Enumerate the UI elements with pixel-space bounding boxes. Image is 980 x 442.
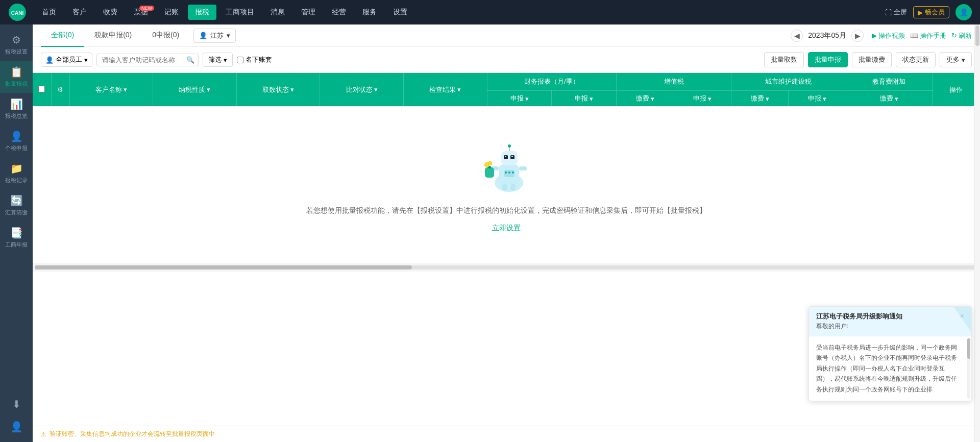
urban-pay-header[interactable]: 缴费 ▾ bbox=[731, 91, 788, 107]
nav-item-billing[interactable]: 收费 bbox=[96, 5, 125, 20]
batch-pay-button[interactable]: 批量缴费 bbox=[852, 52, 892, 67]
edu-pay-header[interactable]: 缴费 ▾ bbox=[846, 91, 933, 107]
page-scrollbar[interactable] bbox=[974, 24, 980, 442]
edu-pay-filter-icon: ▾ bbox=[895, 95, 898, 103]
account-checkbox-label[interactable]: 名下账套 bbox=[237, 55, 272, 64]
nav-item-accounting[interactable]: 记账 bbox=[157, 5, 186, 20]
nav-item-message[interactable]: 消息 bbox=[263, 5, 292, 20]
financial-report-header: 财务报表（月/季） bbox=[487, 73, 617, 91]
vat-header: 增值税 bbox=[617, 73, 731, 91]
operation-manual-link[interactable]: 📖 操作手册 bbox=[910, 31, 946, 40]
sidebar-item-tax-summary[interactable]: 📊 报税总览 bbox=[0, 93, 33, 125]
nav-item-settings[interactable]: 设置 bbox=[386, 5, 414, 20]
download-icon: ⬇ bbox=[12, 398, 21, 410]
compare-status-filter-icon: ▾ bbox=[374, 86, 378, 93]
svg-rect-12 bbox=[519, 166, 527, 170]
account-checkbox[interactable] bbox=[237, 57, 243, 63]
scroll-thumb bbox=[35, 265, 412, 269]
operation-video-link[interactable]: ▶ 操作视频 bbox=[872, 31, 905, 40]
nav-item-business[interactable]: 工商项目 bbox=[218, 5, 261, 20]
sidebar-item-user[interactable]: 👤 bbox=[0, 415, 33, 438]
checkbox-header bbox=[33, 73, 51, 106]
tab-all[interactable]: 全部(0) bbox=[41, 24, 84, 47]
check-result-filter-icon: ▾ bbox=[457, 86, 461, 93]
nav-item-service[interactable]: 服务 bbox=[355, 5, 384, 20]
svg-text:CANI: CANI bbox=[11, 10, 24, 16]
sidebar: ⚙ 报税设置 📋 批量报税 📊 报税总览 👤 个税申报 📁 报税记录 🔄 汇算清… bbox=[0, 24, 33, 442]
urban-declare-filter-icon: ▾ bbox=[708, 95, 712, 103]
svg-rect-8 bbox=[511, 156, 513, 157]
nav-item-operation[interactable]: 经营 bbox=[325, 5, 353, 20]
vat-pay-header[interactable]: 缴费 ▾ bbox=[617, 91, 674, 107]
select-all-checkbox[interactable] bbox=[38, 86, 45, 92]
empty-message: 若您想使用批量报税功能，请先在【报税设置】中进行报税的初始化设置，完成密码验证和… bbox=[306, 206, 706, 215]
refresh-button[interactable]: ↻ 刷新 bbox=[951, 31, 972, 40]
settings-header: ⚙ bbox=[51, 73, 69, 106]
tab-zero-declare[interactable]: 0申报(0) bbox=[142, 24, 189, 47]
svg-rect-4 bbox=[501, 151, 518, 165]
urban-pay-filter-icon: ▾ bbox=[766, 95, 769, 103]
notification-panel: 江苏电子税务局升级影响通知 尊敬的用户: × 受当前电子税务局进一步升级的影响，… bbox=[808, 306, 972, 401]
check-result-header[interactable]: 检查结果 ▾ bbox=[404, 73, 487, 106]
sidebar-item-tax-settings[interactable]: ⚙ 报税设置 bbox=[0, 29, 33, 61]
more-button[interactable]: 更多 ▾ bbox=[940, 52, 972, 67]
filter-button[interactable]: 筛选 ▾ bbox=[203, 53, 233, 67]
fetch-status-header[interactable]: 取数状态 ▾ bbox=[236, 73, 320, 106]
sidebar-item-batch-tax[interactable]: 📋 批量报税 bbox=[0, 61, 33, 93]
robot-illustration bbox=[476, 137, 537, 198]
personal-tax-icon: 👤 bbox=[10, 130, 23, 142]
invoice-badge: NEW bbox=[139, 6, 154, 11]
status-update-button[interactable]: 状态更新 bbox=[896, 52, 936, 67]
notification-scroll-thumb bbox=[967, 338, 970, 359]
next-month-button[interactable]: ▶ bbox=[851, 30, 864, 42]
svg-rect-19 bbox=[502, 184, 507, 191]
sidebar-item-tax-records[interactable]: 📁 报税记录 bbox=[0, 157, 33, 189]
employee-select[interactable]: 👤 全部员工 ▾ bbox=[41, 53, 92, 67]
settings-icon[interactable]: ⚙ bbox=[57, 86, 63, 93]
nav-item-customer[interactable]: 客户 bbox=[65, 5, 94, 20]
scroll-track bbox=[35, 265, 978, 269]
user-avatar[interactable]: 👤 bbox=[955, 4, 972, 20]
nav-item-invoice[interactable]: 票据 NEW bbox=[127, 5, 155, 20]
edu-declare-header[interactable]: 申报 ▾ bbox=[789, 91, 846, 107]
setup-link[interactable]: 立即设置 bbox=[492, 224, 521, 233]
notification-greeting: 尊敬的用户: bbox=[816, 322, 902, 331]
manual-icon: 📖 bbox=[910, 32, 918, 39]
app-logo[interactable]: CANI bbox=[8, 3, 27, 21]
data-table: ⚙ 客户名称 ▾ 纳税性质 ▾ 取数状态 ▾ 比对状态 ▾ bbox=[33, 73, 980, 263]
nav-item-tax[interactable]: 报税 bbox=[188, 5, 216, 20]
vat-pay-filter-icon: ▾ bbox=[651, 95, 654, 103]
nav-item-management[interactable]: 管理 bbox=[294, 5, 323, 20]
more-chevron-icon: ▾ bbox=[962, 56, 965, 64]
prev-month-button[interactable]: ◀ bbox=[791, 30, 803, 42]
horizontal-scrollbar[interactable] bbox=[33, 263, 980, 272]
vat-declare-header[interactable]: 申报 ▾ bbox=[552, 91, 617, 107]
batch-declare-button[interactable]: 批量申报 bbox=[808, 52, 848, 67]
svg-point-24 bbox=[512, 171, 514, 174]
customer-name-header[interactable]: 客户名称 ▾ bbox=[69, 73, 153, 106]
financial-declare-header[interactable]: 申报 ▾ bbox=[487, 91, 552, 107]
region-chevron-icon: ▾ bbox=[227, 32, 230, 39]
sidebar-item-annual-report[interactable]: 📑 工商年报 bbox=[0, 222, 33, 254]
fullscreen-button[interactable]: ⛶ 全屏 bbox=[885, 8, 907, 17]
batch-fetch-button[interactable]: 批量取数 bbox=[764, 52, 804, 67]
notification-close-button[interactable]: × bbox=[960, 312, 964, 320]
member-button[interactable]: ▶ 畅会员 bbox=[913, 6, 949, 18]
annual-report-icon: 📑 bbox=[10, 227, 23, 239]
sidebar-item-personal-tax[interactable]: 👤 个税申报 bbox=[0, 125, 33, 157]
sidebar-item-download[interactable]: ⬇ bbox=[0, 393, 33, 415]
sidebar-item-settlement[interactable]: 🔄 汇算清缴 bbox=[0, 189, 33, 222]
urban-declare-header[interactable]: 申报 ▾ bbox=[674, 91, 731, 107]
svg-rect-7 bbox=[505, 156, 506, 157]
compare-status-header[interactable]: 比对状态 ▾ bbox=[320, 73, 404, 106]
svg-rect-13 bbox=[485, 167, 494, 178]
nav-item-home[interactable]: 首页 bbox=[35, 5, 63, 20]
empty-state-row: 若您想使用批量报税功能，请先在【报税设置】中进行报税的初始化设置，完成密码验证和… bbox=[33, 106, 980, 263]
region-selector[interactable]: 👤 江苏 ▾ bbox=[193, 29, 236, 43]
tab-tax-declare[interactable]: 税款申报(0) bbox=[84, 24, 142, 47]
tax-type-header[interactable]: 纳税性质 ▾ bbox=[153, 73, 237, 106]
tab-bar: 全部(0) 税款申报(0) 0申报(0) 👤 江苏 ▾ ◀ 2023年05月 ▶… bbox=[33, 24, 980, 47]
fetch-status-filter-icon: ▾ bbox=[290, 86, 294, 93]
search-input[interactable] bbox=[96, 54, 199, 66]
nav-right-area: ⛶ 全屏 ▶ 畅会员 👤 bbox=[885, 4, 972, 20]
